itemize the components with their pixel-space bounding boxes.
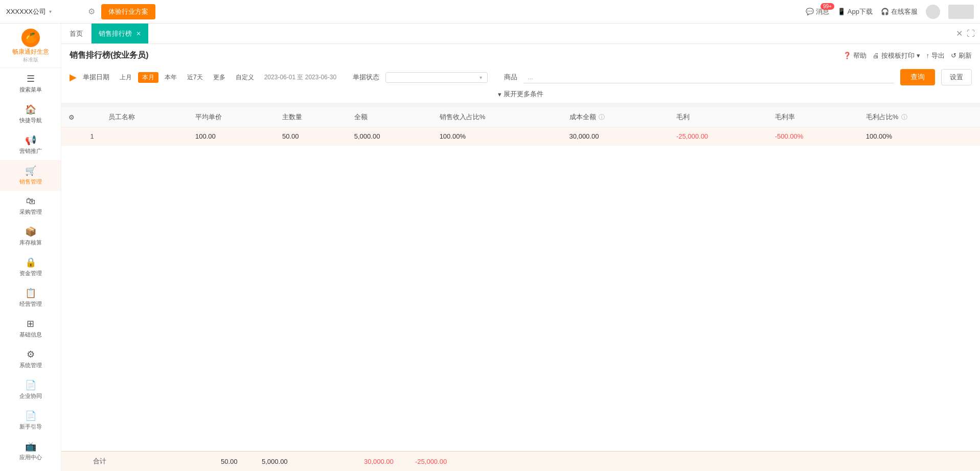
topbar-right: 💬 消息 99+ 📱 App下载 🎧 在线客服 (806, 5, 974, 19)
help-icon: ❓ (843, 52, 851, 59)
col-amount: 全额 (348, 107, 434, 127)
app-icon: 📱 (837, 8, 846, 15)
sidebar-item-sales-mgmt[interactable]: 🛒 销售管理 (0, 160, 61, 191)
date-tab-last-month[interactable]: 上月 (116, 72, 136, 83)
tab-sales-ranking[interactable]: 销售排行榜 ✕ (92, 24, 148, 43)
inventory-label: 库存核算 (19, 239, 42, 246)
cost-help-icon[interactable]: ⓘ (599, 114, 605, 121)
sidebar-item-app-center[interactable]: 📺 应用中心 (0, 436, 61, 466)
col-employee: 员工名称 (102, 107, 189, 127)
tab-expand-icon[interactable]: ⛶ (967, 29, 975, 38)
app-download-btn[interactable]: 📱 App下载 (837, 7, 873, 16)
date-tab-custom[interactable]: 自定义 (232, 72, 258, 83)
col-main-qty: 主数量 (276, 107, 348, 127)
beginner-guide-icon: 📄 (25, 410, 36, 421)
app-center-icon: 📺 (25, 441, 36, 452)
purchase-mgmt-icon: 🛍 (26, 196, 35, 207)
filter-expand-arrow[interactable]: ▶ (70, 72, 77, 83)
basic-info-label: 基础信息 (19, 331, 42, 339)
sidebar-item-finance[interactable]: 🔒 资金管理 (0, 252, 61, 282)
sidebar: 🍊 畅康通好生意 标准版 ☰ 搜索菜单 🏠 快捷导航 📢 营销推广 🛒 销售管理… (0, 24, 61, 471)
col-settings[interactable]: ⚙ (61, 107, 82, 127)
message-btn[interactable]: 💬 消息 99+ (806, 7, 829, 16)
online-support-btn[interactable]: 🎧 在线客服 (881, 7, 918, 16)
print-label: 按模板打印 (881, 51, 915, 60)
sidebar-item-quick-nav[interactable]: 🏠 快捷导航 (0, 99, 61, 129)
trial-btn[interactable]: 体验行业方案 (101, 4, 155, 19)
cell-rank: 1 (82, 127, 102, 146)
filter-area: ▶ 单据日期 上月 本月 本年 近7天 更多 自定义 2023-06-01 至 … (61, 65, 980, 103)
tab-close-all-icon[interactable]: ✕ (956, 29, 963, 38)
export-label: 导出 (931, 51, 945, 60)
search-order-label: 搜索菜单 (19, 86, 42, 94)
cell-gross-pct: 100.00% (860, 127, 980, 146)
print-icon: 🖨 (873, 52, 879, 59)
expand-label: 展开更多条件 (504, 89, 543, 99)
logo-icon: 🍊 (21, 29, 40, 47)
query-btn[interactable]: 查询 (900, 69, 935, 85)
tab-bar-right: ✕ ⛶ (951, 29, 980, 38)
search-order-icon: ☰ (27, 73, 35, 84)
status-select[interactable]: ▾ (385, 72, 488, 83)
gross-pct-help-icon[interactable]: ⓘ (901, 114, 907, 121)
sidebar-item-business-mgmt[interactable]: 📋 经营管理 (0, 282, 61, 313)
date-tab-this-year[interactable]: 本年 (161, 72, 181, 83)
tab-bar: 首页 销售排行榜 ✕ ✕ ⛶ (61, 24, 980, 44)
sidebar-item-basic-info[interactable]: ⊞ 基础信息 (0, 313, 61, 344)
date-tab-more[interactable]: 更多 (209, 72, 230, 83)
sidebar-item-inventory[interactable]: 📦 库存核算 (0, 221, 61, 252)
col-gross: 毛利 (670, 107, 769, 127)
enterprise-collab-label: 企业协同 (19, 392, 42, 400)
goods-input[interactable]: ... (523, 71, 894, 83)
sidebar-item-beginner-guide[interactable]: 📄 新手引导 (0, 405, 61, 436)
print-dropdown-arrow: ▾ (917, 52, 920, 59)
date-label: 单据日期 (83, 73, 109, 82)
filter-and-table: ⚙ 员工名称 平均单价 主数量 全额 销售收入占比% 成本全额 ⓘ (61, 103, 980, 471)
finance-icon: 🔒 (25, 257, 36, 268)
sidebar-logo: 🍊 畅康通好生意 标准版 (0, 24, 61, 68)
message-badge: 99+ (821, 3, 834, 10)
tab-home[interactable]: 首页 (61, 24, 92, 43)
app-download-label: App下载 (848, 7, 873, 16)
company-selector[interactable]: XXXXXX公司 ▾ (6, 7, 88, 16)
refresh-btn[interactable]: ↺ 刷新 (951, 51, 972, 60)
expand-chevron-icon: ▾ (498, 91, 502, 98)
quick-nav-label: 快捷导航 (19, 117, 42, 124)
sidebar-item-enterprise-collab[interactable]: 📄 企业协同 (0, 374, 61, 405)
tab-home-label: 首页 (70, 29, 83, 38)
purchase-mgmt-label: 采购管理 (19, 208, 42, 216)
sidebar-item-search-order[interactable]: ☰ 搜索菜单 (0, 68, 61, 99)
headset-icon: 🎧 (881, 8, 889, 15)
page-header-actions: ❓ 帮助 🖨 按模板打印 ▾ ↑ 导出 ↺ 刷新 (843, 51, 972, 60)
date-range: 2023-06-01 至 2023-06-30 (264, 73, 336, 82)
col-gross-rate: 毛利率 (769, 107, 860, 127)
sidebar-item-marketing[interactable]: 📢 营销推广 (0, 129, 61, 160)
export-icon: ↑ (926, 52, 930, 59)
cell-employee (102, 127, 189, 146)
footer-amount: 5,000.00 (256, 458, 307, 465)
content-area: 首页 销售排行榜 ✕ ✕ ⛶ 销售排行榜(按业务员) ❓ 帮助 (61, 24, 980, 471)
system-mgmt-icon: ⚙ (27, 349, 35, 360)
help-btn[interactable]: ❓ 帮助 (843, 51, 867, 60)
cell-sales-pct: 100.00% (434, 127, 563, 146)
footer-cost-amount: 30,000.00 (358, 458, 409, 465)
settings-btn[interactable]: 设置 (941, 69, 972, 85)
sales-mgmt-label: 销售管理 (19, 178, 42, 186)
date-tab-7days[interactable]: 近7天 (183, 72, 207, 83)
enterprise-collab-icon: 📄 (25, 379, 36, 391)
status-label: 单据状态 (353, 73, 379, 82)
sidebar-item-enterprise-wechat[interactable]: 💬 企业微信 (0, 466, 61, 471)
col-avg-price: 平均单价 (189, 107, 276, 127)
tab-close-icon[interactable]: ✕ (136, 30, 141, 37)
sidebar-item-purchase-mgmt[interactable]: 🛍 采购管理 (0, 191, 61, 221)
topbar-settings-icon[interactable]: ⚙ (88, 7, 95, 16)
marketing-icon: 📢 (25, 134, 36, 146)
print-btn[interactable]: 🖨 按模板打印 ▾ (873, 51, 920, 60)
date-tab-this-month[interactable]: 本月 (138, 72, 158, 83)
goods-placeholder: ... (528, 73, 533, 81)
avatar[interactable] (926, 5, 940, 19)
expand-more-btn[interactable]: ▾ 展开更多条件 (70, 89, 972, 99)
export-btn[interactable]: ↑ 导出 (926, 51, 945, 60)
col-sales-pct: 销售收入占比% (434, 107, 563, 127)
sidebar-item-system-mgmt[interactable]: ⚙ 系统管理 (0, 344, 61, 374)
